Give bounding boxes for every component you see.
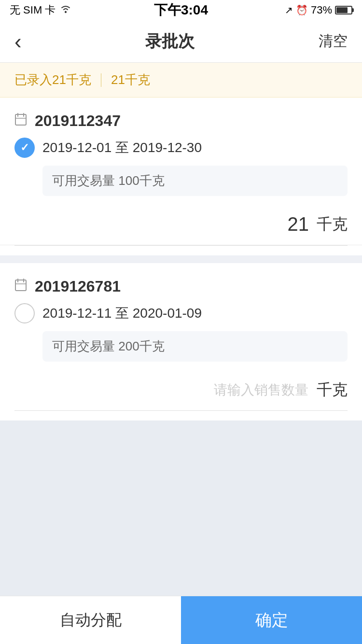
batch-1-radio[interactable]	[14, 138, 35, 158]
summary-divider	[101, 73, 101, 87]
batch-1-available: 可用交易量 100千克	[42, 166, 348, 196]
nav-bar: ‹ 录批次 清空	[0, 20, 362, 63]
bottom-bar: 自动分配 确定	[0, 596, 362, 644]
batch-2-available: 可用交易量 200千克	[42, 331, 348, 362]
status-bar: 无 SIM 卡 下午3:04 ↗ ⏰ 73%	[0, 0, 362, 20]
batch-item-1: 2019112347 2019-12-01 至 2019-12-30 可用交易量…	[0, 98, 362, 255]
total-label: 21千克	[111, 71, 150, 88]
batch-1-qty-row: 千克	[0, 206, 362, 245]
battery-icon	[335, 6, 352, 14]
section-separator-1	[0, 255, 362, 263]
batch-2-unit: 千克	[317, 379, 348, 401]
batch-1-unit: 千克	[317, 214, 348, 235]
page-title: 录批次	[145, 30, 195, 53]
batch-2-radio[interactable]	[14, 303, 35, 323]
confirm-button[interactable]: 确定	[181, 596, 362, 644]
summary-bar: 已录入21千克 21千克	[0, 63, 362, 98]
svg-rect-1	[15, 114, 26, 125]
batch-1-quantity-input[interactable]	[261, 213, 309, 235]
batch-2-qty-row: 请输入销售数量 千克	[0, 371, 362, 410]
batch-1-spacer	[0, 246, 362, 255]
page-content: 已录入21千克 21千克 2019112347 2019-12-01 至 2	[0, 63, 362, 614]
batch-2-quantity-input[interactable]	[308, 379, 309, 401]
carrier-text: 无 SIM 卡	[10, 3, 56, 17]
batch-2-spacer	[0, 411, 362, 420]
batch-1-date: 2019-12-01 至 2019-12-30	[42, 139, 202, 157]
alarm-icon: ⏰	[296, 4, 308, 16]
batch-item-2: 2019126781 2019-12-11 至 2020-01-09 可用交易量…	[0, 263, 362, 420]
status-right: ↗ ⏰ 73%	[285, 4, 352, 16]
batch-1-id: 2019112347	[35, 112, 121, 130]
batch-2-id-row: 2019126781	[14, 278, 348, 295]
batch-2-date-row: 2019-12-11 至 2020-01-09	[14, 303, 348, 323]
clear-button[interactable]: 清空	[319, 31, 348, 51]
svg-rect-5	[15, 280, 26, 291]
batch-1-date-row: 2019-12-01 至 2019-12-30	[14, 138, 348, 158]
batch-2-placeholder: 请输入销售数量	[214, 381, 308, 399]
auto-distribute-button[interactable]: 自动分配	[0, 596, 181, 644]
batch-1-header-area: 2019112347 2019-12-01 至 2019-12-30 可用交易量…	[0, 98, 362, 206]
batch-1-icon	[14, 112, 29, 129]
back-button[interactable]: ‹	[14, 29, 22, 54]
batch-2-id: 2019126781	[35, 278, 121, 295]
recorded-label: 已录入21千克	[14, 71, 91, 88]
battery-percent: 73%	[311, 4, 332, 16]
batch-2-header-area: 2019126781 2019-12-11 至 2020-01-09 可用交易量…	[0, 263, 362, 371]
status-left: 无 SIM 卡	[10, 3, 72, 17]
batch-2-icon	[14, 278, 29, 295]
empty-area	[0, 420, 362, 614]
location-icon: ↗	[285, 4, 293, 16]
batch-2-date: 2019-12-11 至 2020-01-09	[42, 304, 202, 322]
batch-1-id-row: 2019112347	[14, 112, 348, 130]
svg-point-0	[65, 11, 67, 13]
status-time: 下午3:04	[154, 1, 208, 19]
wifi-icon	[59, 4, 72, 16]
